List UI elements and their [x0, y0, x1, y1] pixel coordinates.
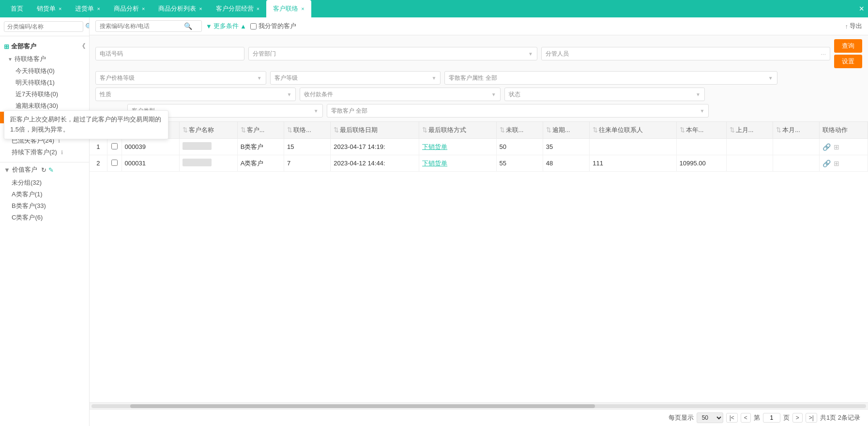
sidebar-item-unclassified[interactable]: 未分组(32)	[0, 177, 89, 189]
sidebar-all-customers[interactable]: ⊞ 全部客户 《	[0, 40, 89, 53]
col-customer-type: ⇅客户...	[237, 122, 284, 139]
row2-link-icon[interactable]: 🔗	[822, 160, 831, 167]
action-buttons: 查询 设置	[834, 39, 862, 68]
sidebar-group-pending-header[interactable]: ▼ 待联络客户	[4, 53, 89, 65]
filter-nature[interactable]: 性质 ▼	[95, 88, 296, 101]
table-row: 1 000039 B类客户 15 2023-04-17 14:19: 下销货单 …	[90, 139, 868, 155]
retail-customer-arrow-icon: ▼	[700, 108, 704, 114]
row2-actions: 🔗 ⊞	[820, 155, 868, 172]
filter-retail-customer[interactable]: 零散客户 全部 ▼	[327, 104, 709, 118]
tooltip-popup: 距客户上次交易时长，超过了此客户的平均交易周期的1.5倍，则视为异常。	[4, 110, 89, 139]
query-btn[interactable]: 查询	[834, 39, 862, 53]
sidebar-value-customers: ▼ 价值客户 ↻ ✎	[0, 162, 89, 177]
row2-overdue: 48	[543, 155, 589, 172]
triangle-icon: ▼	[8, 57, 13, 62]
row1-link-icon[interactable]: 🔗	[822, 143, 831, 151]
filter-icon: ▼	[206, 23, 212, 30]
nav-customer-tier[interactable]: 客户分层经营 ×	[209, 0, 266, 17]
per-page-select[interactable]: 50 100 200	[697, 412, 723, 423]
row1-last-way-link[interactable]: 下销货单	[422, 143, 447, 150]
row1-grid-icon[interactable]: ⊞	[834, 143, 839, 151]
search-box: 🔍	[95, 20, 202, 32]
nav-home[interactable]: 首页	[4, 0, 30, 17]
filter-payment[interactable]: 收付款条件 ▼	[300, 88, 500, 101]
row1-last-way: 下销货单	[419, 139, 496, 155]
total-label: 共1页 2条记录	[820, 413, 860, 422]
settings-btn[interactable]: 设置	[834, 55, 862, 68]
sidebar-item-tomorrow[interactable]: 明天待联络(1)	[4, 77, 89, 88]
row2-grid-icon[interactable]: ⊞	[834, 160, 839, 167]
sidebar-item-b-class[interactable]: B类客户(33)	[0, 200, 89, 212]
sidebar-item-declining[interactable]: 持续下滑客户(2) ℹ	[0, 147, 89, 158]
row2-select-checkbox[interactable]	[111, 160, 118, 166]
nav-customer-contact[interactable]: 客户联络 ×	[266, 0, 311, 17]
first-page-btn[interactable]: |<	[726, 413, 738, 423]
close-customer-tier-icon[interactable]: ×	[257, 0, 259, 17]
row1-action-btns: 🔗 ⊞	[822, 143, 865, 151]
sidebar-refresh-icon[interactable]: ↻	[41, 166, 46, 174]
page-unit-label: 页	[783, 413, 790, 422]
main-search-input[interactable]	[100, 23, 182, 29]
dept-arrow-icon: ▼	[528, 51, 533, 57]
scroll-thumb[interactable]	[130, 404, 595, 408]
nav-sales[interactable]: 销货单 ×	[30, 0, 68, 17]
row2-last-way-link[interactable]: 下销货单	[422, 160, 447, 167]
col-last-month: ⇅上月...	[726, 122, 773, 139]
sidebar-edit-icon[interactable]: ✎	[48, 166, 54, 174]
row2-checkbox	[107, 155, 122, 172]
horizontal-scrollbar[interactable]	[90, 402, 868, 409]
sidebar-search-input[interactable]	[4, 21, 83, 32]
sidebar-item-c-class[interactable]: C类客户(6)	[0, 212, 89, 223]
col-this-month: ⇅本月...	[773, 122, 819, 139]
nav-analysis[interactable]: 商品分析 ×	[107, 0, 152, 17]
my-customer-checkbox[interactable]	[250, 23, 257, 29]
filter-customer-grade[interactable]: 客户等级 ▼	[270, 71, 441, 85]
sidebar-item-7days[interactable]: 近7天待联络(0)	[4, 88, 89, 100]
next-page-btn[interactable]: >	[792, 413, 803, 423]
nav-purchase[interactable]: 进货单 ×	[68, 0, 107, 17]
row1-index: 1	[90, 139, 107, 155]
row2-name	[180, 155, 238, 172]
filter-retail-attr[interactable]: 零散客户属性 全部 ▼	[444, 71, 777, 85]
last-page-btn[interactable]: >|	[806, 413, 817, 423]
row2-last-date: 2023-04-12 14:44:	[331, 155, 419, 172]
close-analysis-list-icon[interactable]: ×	[199, 0, 202, 17]
grid-icon: ⊞	[4, 43, 9, 50]
sidebar-item-a-class[interactable]: A类客户(1)	[0, 189, 89, 200]
sidebar: 🔍 ⊞ 全部客户 《 ▼ 待联络客户 今天待联络(0) 明天待联络(1) 近7天…	[0, 17, 90, 426]
filter-price-grade[interactable]: 客户价格等级 ▼	[95, 71, 266, 85]
nav-analysis-list[interactable]: 商品分析列表 ×	[152, 0, 209, 17]
row1-name	[180, 139, 238, 155]
filter-manager[interactable]: 分管人员 ···	[541, 47, 830, 60]
filter-row-3: 性质 ▼ 收付款条件 ▼ 状态 ▼	[95, 88, 862, 101]
price-grade-arrow-icon: ▼	[257, 75, 262, 81]
main-search-icon[interactable]: 🔍	[184, 22, 192, 30]
filter-row-4: ... 客户类型 ▼ 零散客户 全部 ▼	[95, 104, 862, 118]
col-last-contact-way: ⇅最后联络方式	[419, 122, 496, 139]
export-btn[interactable]: ↑ 导出	[845, 22, 863, 30]
more-conditions-btn[interactable]: ▼ 更多条件 ▲	[206, 22, 246, 30]
prev-page-btn[interactable]: <	[741, 413, 751, 423]
top-nav: 首页 销货单 × 进货单 × 商品分析 × 商品分析列表 × 客户分层经营 × …	[0, 0, 868, 17]
close-customer-contact-icon[interactable]: ×	[301, 0, 304, 17]
customer-grade-arrow-icon: ▼	[431, 75, 436, 81]
scroll-track[interactable]	[91, 404, 866, 408]
col-contact-count: ⇅联络...	[284, 122, 330, 139]
close-analysis-icon[interactable]: ×	[142, 0, 145, 17]
table-header-row: ⚙ ⇅客户编码 ⇅客户名称 ⇅客户... ⇅联络... ⇅最后联络日期 ⇅最后联…	[90, 122, 868, 139]
sidebar-search-icon[interactable]: 🔍	[85, 23, 90, 30]
close-all-tabs-icon[interactable]: ×	[859, 4, 864, 14]
row1-select-checkbox[interactable]	[111, 143, 118, 149]
filter-phone[interactable]: 电话号码	[95, 47, 244, 60]
collapse-icon[interactable]: 《	[79, 42, 85, 51]
filter-row-2: 客户价格等级 ▼ 客户等级 ▼ 零散客户属性 全部 ▼	[95, 71, 862, 85]
sidebar-item-today[interactable]: 今天待联络(0)	[4, 65, 89, 77]
value-triangle-icon: ▼	[4, 166, 10, 174]
close-sales-icon[interactable]: ×	[59, 0, 61, 17]
page-input[interactable]	[763, 413, 780, 423]
filter-department[interactable]: 分管部门 ▼	[248, 47, 537, 60]
row2-this-month	[773, 155, 819, 172]
filter-status[interactable]: 状态 ▼	[504, 88, 705, 101]
close-purchase-icon[interactable]: ×	[97, 0, 100, 17]
customer-type-arrow-icon: ▼	[314, 108, 319, 114]
